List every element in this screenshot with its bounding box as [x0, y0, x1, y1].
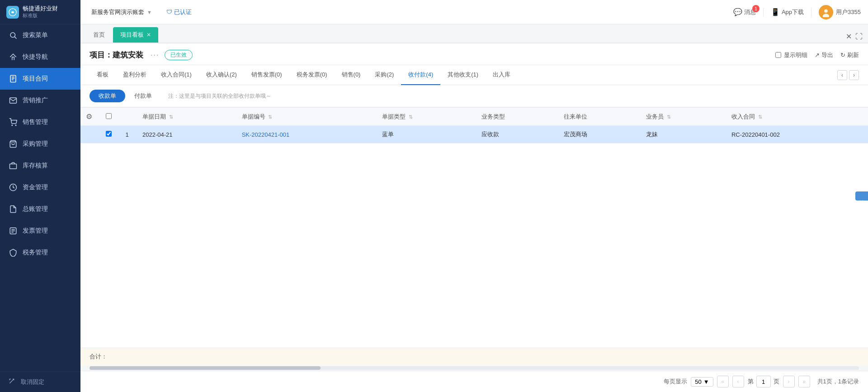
- scrollbar-row: [80, 365, 868, 371]
- row-code-link[interactable]: SK-20220421-001: [242, 131, 290, 138]
- subtabs: 看板 盈利分析 收入合同(1) 收入确认(2) 销售发票(0) 税务发票(0) …: [80, 65, 868, 85]
- page-number-input[interactable]: [756, 376, 771, 387]
- sidebar-item-tax[interactable]: 税务管理: [0, 242, 80, 263]
- per-page-select[interactable]: 50 ▼: [691, 377, 713, 387]
- row-partner: 宏茂商场: [558, 126, 641, 143]
- contract-icon: [8, 74, 18, 84]
- inventory-icon: [8, 161, 18, 171]
- first-page-icon: «: [721, 378, 724, 385]
- sidebar-item-purchase[interactable]: 采购管理: [0, 133, 80, 155]
- subtab-next-button[interactable]: ›: [849, 70, 859, 80]
- col-header-date[interactable]: 单据日期 ⇅: [137, 108, 236, 126]
- per-page-value: 50: [695, 378, 701, 385]
- code-sort-icon: ⇅: [268, 114, 272, 120]
- sidebar-label-tax: 税务管理: [23, 249, 48, 257]
- table-settings-icon[interactable]: ⚙: [86, 113, 92, 120]
- feedback-button[interactable]: 反馈: [855, 191, 868, 201]
- sidebar-item-sales[interactable]: 销售管理: [0, 111, 80, 133]
- col-header-num: [117, 108, 137, 126]
- col-header-code[interactable]: 单据编号 ⇅: [236, 108, 377, 126]
- topbar-divider-2: [811, 8, 811, 17]
- subtab-purchase[interactable]: 采购(2): [368, 65, 401, 85]
- subtab-tax-invoice[interactable]: 税务发票(0): [289, 65, 335, 85]
- prev-page-button[interactable]: ‹: [732, 376, 744, 387]
- sidebar-item-finance[interactable]: 资金管理: [0, 177, 80, 198]
- prev-page-icon: ‹: [737, 378, 739, 385]
- workspace-selector[interactable]: 新服务官网演示账套 ▼: [88, 6, 156, 18]
- tab-project-board[interactable]: 项目看板 ✕: [113, 27, 158, 43]
- sidebar-item-inventory[interactable]: 库存核算: [0, 155, 80, 177]
- sec-tab-payment[interactable]: 付款单: [125, 90, 161, 102]
- subtab-sales-invoice[interactable]: 销售发票(0): [244, 65, 289, 85]
- table-footer: 合计：: [80, 348, 868, 365]
- message-button[interactable]: 💬 消息 1: [733, 8, 756, 16]
- topbar: 新服务官网演示账套 ▼ 🛡 已认证 💬 消息 1 📱 App下载: [80, 0, 868, 24]
- user-menu[interactable]: 用户3355: [819, 5, 861, 19]
- sec-tab-receipt[interactable]: 收款单: [90, 90, 125, 102]
- export-button[interactable]: ↗ 导出: [815, 51, 833, 59]
- next-page-icon: ›: [788, 378, 790, 385]
- tab-maximize-button[interactable]: ⛶: [855, 33, 863, 41]
- subtab-stock[interactable]: 出入库: [486, 65, 518, 85]
- refresh-button[interactable]: ↻ 刷新: [840, 51, 859, 59]
- row-checkbox-cell: [100, 126, 117, 143]
- tab-close-icon[interactable]: ✕: [146, 32, 151, 38]
- tab-home[interactable]: 首页: [86, 27, 112, 43]
- row-num: 1: [117, 126, 137, 143]
- subtab-receipts[interactable]: 收付款(4): [401, 65, 440, 85]
- sidebar-label-finance: 资金管理: [23, 183, 48, 191]
- row-type: 蓝单: [377, 126, 476, 143]
- project-label: 项目：: [90, 50, 113, 60]
- show-detail-checkbox[interactable]: 显示明细: [775, 51, 807, 59]
- tab-close-window-button[interactable]: ✕: [846, 32, 852, 41]
- message-badge: 1: [752, 5, 760, 12]
- row-income-contract: RC-20220401-002: [726, 126, 868, 143]
- tab-project-board-label: 项目看板: [120, 31, 144, 39]
- row-code: SK-20220421-001: [236, 126, 377, 143]
- sidebar-item-contracts[interactable]: 项目合同: [0, 68, 80, 90]
- subtab-prev-button[interactable]: ‹: [837, 70, 847, 80]
- sidebar-item-ledger[interactable]: 总账管理: [0, 198, 80, 220]
- last-page-button[interactable]: »: [798, 376, 810, 387]
- row-date: 2022-04-21: [137, 126, 236, 143]
- tab-home-label: 首页: [93, 31, 105, 38]
- select-all-checkbox[interactable]: [106, 113, 112, 119]
- svg-point-8: [15, 125, 16, 126]
- subtab-profit[interactable]: 盈利分析: [116, 65, 154, 85]
- sidebar-item-invoice[interactable]: 发票管理: [0, 220, 80, 242]
- sidebar-label-purchase: 采购管理: [23, 140, 48, 148]
- per-page-label: 每页显示: [664, 378, 687, 386]
- sidebar-item-search[interactable]: 搜索菜单: [0, 24, 80, 46]
- table-hint: 注：这里是与项目关联的全部收付款单哦～: [168, 92, 271, 100]
- subtab-income-confirm[interactable]: 收入确认(2): [199, 65, 244, 85]
- sidebar-item-quicknav[interactable]: 快捷导航: [0, 46, 80, 68]
- page-label: 第: [748, 378, 754, 386]
- project-more-icon[interactable]: ···: [151, 51, 159, 59]
- next-page-button[interactable]: ›: [783, 376, 795, 387]
- subtab-sales[interactable]: 销售(0): [335, 65, 368, 85]
- col-header-income-contract[interactable]: 收入合同 ⇅: [726, 108, 868, 126]
- sidebar-nav: 搜索菜单 快捷导航 项目合同: [0, 24, 80, 372]
- subtab-other-expense[interactable]: 其他收支(1): [440, 65, 486, 85]
- row-checkbox[interactable]: [106, 131, 112, 137]
- col-header-salesperson[interactable]: 业务员 ⇅: [641, 108, 726, 126]
- sidebar-item-marketing[interactable]: 营销推广: [0, 90, 80, 111]
- horizontal-scrollbar[interactable]: [90, 366, 859, 370]
- app-edition: 标准版: [23, 12, 58, 19]
- svg-point-7: [12, 125, 13, 126]
- page-suffix: 页: [774, 378, 779, 386]
- home-icon: [8, 52, 18, 62]
- row-settings: [80, 126, 100, 143]
- export-icon: ↗: [815, 52, 820, 58]
- app-download-button[interactable]: 📱 App下载: [771, 8, 804, 16]
- col-header-type[interactable]: 单据类型 ⇅: [377, 108, 476, 126]
- sidebar-header: 畅捷通好业财 标准版: [0, 0, 80, 24]
- show-detail-label: 显示明细: [784, 51, 807, 59]
- scrollbar-thumb: [90, 366, 321, 370]
- subtab-kanban[interactable]: 看板: [90, 65, 116, 85]
- per-page-chevron-icon: ▼: [703, 378, 709, 385]
- subtab-income-contract[interactable]: 收入合同(1): [154, 65, 199, 85]
- sidebar-unpin[interactable]: 取消固定: [0, 372, 80, 392]
- show-detail-input[interactable]: [775, 52, 781, 58]
- first-page-button[interactable]: «: [717, 376, 729, 387]
